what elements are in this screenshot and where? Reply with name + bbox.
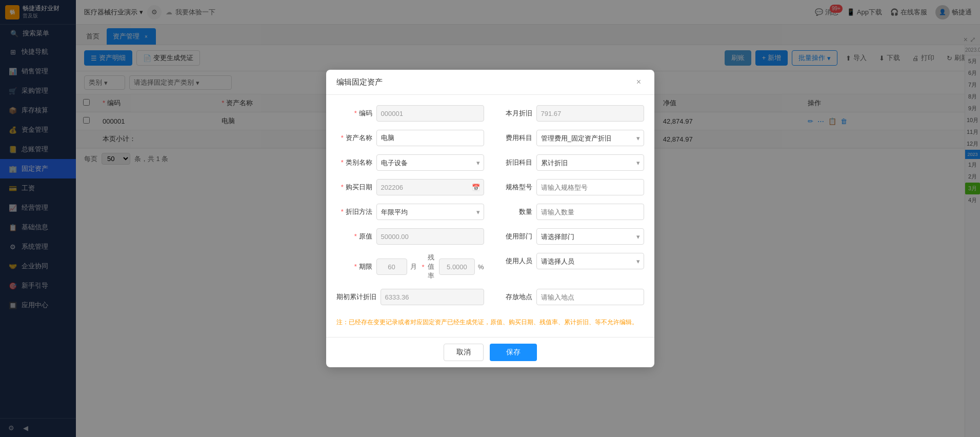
quantity-input[interactable]: [536, 204, 644, 220]
form-item-name: * 资产名称: [336, 130, 484, 146]
category-select[interactable]: 电子设备: [376, 154, 484, 171]
monthly-dep-label: 本月折旧: [496, 109, 532, 118]
period-label: * 期限: [336, 262, 372, 271]
period-unit: 月: [410, 262, 417, 271]
original-value-label: * 原值: [336, 232, 372, 241]
residual-rate-unit: %: [478, 263, 484, 271]
save-btn[interactable]: 保存: [490, 344, 537, 361]
dep-subject-select[interactable]: 累计折旧: [536, 154, 644, 171]
modal-footer: 取消 保存: [326, 337, 654, 367]
dep-subject-label: 折旧科目: [496, 158, 532, 167]
code-input[interactable]: [376, 105, 484, 122]
purchase-date-label: * 购买日期: [336, 183, 372, 192]
expense-subject-select[interactable]: 管理费用_固定资产折旧: [536, 130, 644, 146]
form-item-spec: 规格型号: [496, 179, 644, 195]
purchase-date-wrap: 📅: [376, 179, 484, 195]
name-input[interactable]: [376, 130, 484, 146]
category-label: * 类别名称: [336, 158, 372, 167]
form-row-3: * 类别名称 电子设备 ▾ 折旧科目 累计折旧: [336, 154, 644, 171]
form-row-6: * 原值 使用部门 请选择部门 ▾: [336, 228, 644, 245]
form-item-code: * 编码: [336, 105, 484, 122]
form-item-original-value: * 原值: [336, 228, 484, 245]
form-item-purchase-date: * 购买日期 📅: [336, 179, 484, 195]
spec-label: 规格型号: [496, 183, 532, 192]
form-item-expense-subject: 费用科目 管理费用_固定资产折旧 ▾: [496, 130, 644, 146]
form-item-category: * 类别名称 电子设备 ▾: [336, 154, 484, 171]
modal-note: 注：已经存在变更记录或者对应固定资产已经生成凭证，原值、购买日期、残值率、累计折…: [336, 313, 644, 327]
initial-dep-label: 期初累计折旧: [336, 292, 376, 302]
form-item-period: * 期限 月 * 残值率 %: [336, 253, 484, 281]
modal-title: 编辑固定资产: [336, 77, 383, 87]
form-item-location: 存放地点: [496, 289, 644, 305]
department-label: 使用部门: [496, 232, 532, 241]
form-item-user: 使用人员 请选择人员 ▾: [496, 253, 644, 269]
user-label: 使用人员: [496, 256, 532, 266]
modal-close-btn[interactable]: ×: [634, 77, 644, 87]
location-label: 存放地点: [496, 292, 532, 302]
modal-header: 编辑固定资产 ×: [326, 70, 654, 95]
dep-method-select-wrap: 年限平均 ▾: [376, 204, 484, 220]
residual-rate-input[interactable]: [439, 259, 475, 275]
dep-method-select[interactable]: 年限平均: [376, 204, 484, 220]
user-select[interactable]: 请选择人员: [536, 253, 644, 269]
dep-subject-select-wrap: 累计折旧 ▾: [536, 154, 644, 171]
form-row-5: * 折旧方法 年限平均 ▾ 数量: [336, 204, 644, 220]
original-value-input[interactable]: [376, 228, 484, 245]
form-item-quantity: 数量: [496, 204, 644, 220]
modal-body: * 编码 本月折旧 * 资产名称: [326, 95, 654, 337]
period-residual-inline: 月 * 残值率 %: [376, 253, 484, 281]
spec-input[interactable]: [536, 179, 644, 195]
form-item-monthly-dep: 本月折旧: [496, 105, 644, 122]
cancel-btn[interactable]: 取消: [444, 344, 484, 361]
form-item-dep-method: * 折旧方法 年限平均 ▾: [336, 204, 484, 220]
expense-subject-label: 费用科目: [496, 133, 532, 143]
modal-overlay: 编辑固定资产 × * 编码 本月折旧: [0, 0, 980, 437]
initial-dep-input[interactable]: [381, 289, 484, 305]
form-item-initial-dep: 期初累计折旧: [336, 289, 484, 305]
department-select[interactable]: 请选择部门: [536, 228, 644, 245]
purchase-date-input[interactable]: [376, 179, 484, 195]
residual-rate-label: 残值率: [428, 253, 436, 281]
quantity-label: 数量: [496, 207, 532, 216]
form-row-8: 期初累计折旧 存放地点: [336, 289, 644, 305]
dep-method-label: * 折旧方法: [336, 207, 372, 216]
user-select-wrap: 请选择人员 ▾: [536, 253, 644, 269]
form-row-4: * 购买日期 📅 规格型号: [336, 179, 644, 195]
edit-asset-modal: 编辑固定资产 × * 编码 本月折旧: [326, 70, 654, 367]
form-row-7: * 期限 月 * 残值率 % 使用人员: [336, 253, 644, 281]
category-select-wrap: 电子设备 ▾: [376, 154, 484, 171]
form-row-2: * 资产名称 费用科目 管理费用_固定资产折旧 ▾: [336, 130, 644, 146]
location-input[interactable]: [536, 289, 644, 305]
department-select-wrap: 请选择部门 ▾: [536, 228, 644, 245]
expense-subject-select-wrap: 管理费用_固定资产折旧 ▾: [536, 130, 644, 146]
form-item-dep-subject: 折旧科目 累计折旧 ▾: [496, 154, 644, 171]
name-label: * 资产名称: [336, 133, 372, 143]
calendar-icon: 📅: [472, 184, 480, 191]
monthly-dep-input[interactable]: [536, 105, 644, 122]
form-item-department: 使用部门 请选择部门 ▾: [496, 228, 644, 245]
period-input[interactable]: [376, 259, 407, 275]
code-label: * 编码: [336, 109, 372, 118]
form-row-1: * 编码 本月折旧: [336, 105, 644, 122]
